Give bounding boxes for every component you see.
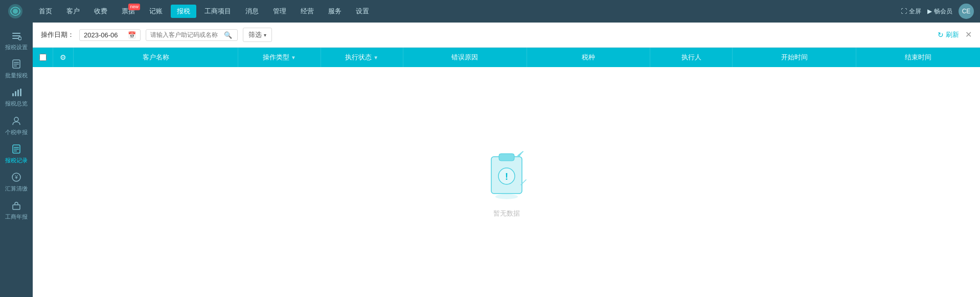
svg-point-5 [18, 37, 21, 40]
th-op-type[interactable]: 操作类型 ▼ [238, 48, 321, 67]
top-nav-right: ⛶ 全屏 ▶ 畅会员 CE [901, 4, 974, 19]
th-status-label: 执行状态 [345, 53, 372, 62]
svg-text:¥: ¥ [14, 175, 18, 180]
nav-item-收费[interactable]: 收费 [88, 5, 113, 18]
refresh-label: 刷新 [946, 30, 959, 39]
refresh-icon: ↻ [938, 31, 944, 39]
sidebar-item-annual-report[interactable]: 工商年报 [0, 196, 33, 224]
sidebar-item-label-settlement: 汇算清缴 [5, 185, 28, 192]
toolbar-right: ↻ 刷新 ✕ [938, 30, 972, 39]
avatar-text: CE [962, 8, 971, 15]
svg-rect-13 [20, 89, 21, 96]
nav-item-设置[interactable]: 设置 [350, 5, 375, 18]
th-name: 客户名称 [74, 48, 238, 67]
main-layout: 报税设置批量报税报税总览个税申报报税记录¥汇算清缴工商年报 操作日期： 📅 🔍 … [0, 23, 980, 297]
nav-item-报税[interactable]: 报税 [171, 5, 196, 18]
close-button[interactable]: ✕ [965, 31, 972, 39]
svg-marker-29 [518, 152, 523, 157]
sidebar-item-label-annual-report: 工商年报 [5, 214, 28, 220]
tax-record-icon [11, 144, 21, 156]
nav-item-消息[interactable]: 消息 [239, 5, 265, 18]
sidebar-item-batch-tax[interactable]: 批量报税 [0, 55, 33, 83]
fullscreen-button[interactable]: ⛶ 全屏 [901, 7, 921, 16]
batch-tax-icon [11, 59, 21, 71]
svg-point-14 [14, 117, 18, 121]
sidebar-item-tax-settings[interactable]: 报税设置 [0, 27, 33, 55]
svg-point-1 [13, 9, 18, 14]
tax-overview-icon [11, 87, 21, 99]
sidebar-item-tax-overview[interactable]: 报税总览 [0, 83, 33, 111]
svg-rect-12 [17, 90, 19, 96]
svg-rect-11 [15, 91, 16, 96]
search-input[interactable] [150, 31, 222, 38]
th-end-time-label: 结束时间 [905, 53, 931, 62]
svg-rect-9 [14, 66, 17, 67]
svg-text:!: ! [505, 172, 508, 182]
member-button[interactable]: ▶ 畅会员 [927, 7, 952, 16]
th-error-reason: 错误原因 [403, 48, 527, 67]
nav-item-服务[interactable]: 服务 [322, 5, 348, 18]
th-status[interactable]: 执行状态 ▼ [321, 48, 403, 67]
th-start-time-label: 开始时间 [781, 53, 808, 62]
search-box[interactable]: 🔍 [146, 29, 238, 41]
personal-tax-icon [11, 116, 21, 128]
empty-state: ! 暂无数据 [33, 67, 980, 297]
th-op-type-label: 操作类型 [263, 53, 289, 62]
nav-badge-票据: new [128, 4, 140, 10]
avatar[interactable]: CE [959, 4, 974, 19]
svg-rect-8 [14, 64, 19, 65]
refresh-button[interactable]: ↻ 刷新 [938, 30, 959, 39]
th-name-label: 客户名称 [143, 53, 169, 62]
sidebar-item-tax-record[interactable]: 报税记录 [0, 140, 33, 168]
search-icon: 🔍 [224, 31, 232, 39]
svg-rect-10 [12, 93, 14, 96]
sidebar-item-label-tax-settings: 报税设置 [5, 44, 28, 51]
date-label: 操作日期： [41, 30, 74, 39]
svg-rect-24 [499, 154, 514, 161]
settings-icon: ⚙ [60, 53, 66, 61]
svg-rect-7 [14, 62, 19, 63]
svg-rect-3 [12, 35, 20, 36]
sidebar-item-label-batch-tax: 批量报税 [5, 72, 28, 79]
date-input[interactable] [84, 31, 125, 39]
nav-item-首页[interactable]: 首页 [33, 5, 58, 18]
th-tax-type: 税种 [527, 48, 651, 67]
nav-item-记账[interactable]: 记账 [143, 5, 169, 18]
play-icon: ▶ [927, 8, 932, 15]
th-executor-label: 执行人 [681, 53, 701, 62]
annual-report-icon [11, 200, 21, 212]
settlement-icon: ¥ [11, 172, 21, 184]
th-executor: 执行人 [650, 48, 733, 67]
th-checkbox[interactable] [33, 48, 53, 67]
member-label: 畅会员 [934, 7, 952, 16]
sidebar-item-settlement[interactable]: ¥汇算清缴 [0, 168, 33, 196]
fullscreen-label: 全屏 [909, 7, 921, 16]
svg-point-31 [495, 194, 518, 199]
svg-rect-18 [14, 151, 17, 152]
filter-label: 筛选 [248, 30, 262, 39]
nav-item-工商项目[interactable]: 工商项目 [198, 5, 237, 18]
filter-button[interactable]: 筛选 ▾ [243, 28, 272, 42]
th-tax-type-label: 税种 [582, 53, 595, 62]
nav-item-管理[interactable]: 管理 [267, 5, 292, 18]
table-header: ⚙ 客户名称 操作类型 ▼ 执行状态 ▼ 错误原因 税种 [33, 48, 980, 67]
tax-settings-icon [11, 31, 21, 43]
sidebar-item-label-tax-overview: 报税总览 [5, 100, 28, 107]
svg-rect-16 [14, 147, 19, 148]
nav-item-票据[interactable]: 票据new [116, 5, 141, 18]
th-settings: ⚙ [53, 48, 74, 67]
empty-illustration: ! [481, 146, 532, 203]
th-start-time: 开始时间 [733, 48, 856, 67]
app-logo [6, 2, 25, 20]
nav-item-客户[interactable]: 客户 [60, 5, 86, 18]
sidebar: 报税设置批量报税报税总览个税申报报税记录¥汇算清缴工商年报 [0, 23, 33, 297]
select-all-checkbox[interactable] [39, 54, 47, 61]
sidebar-item-personal-tax[interactable]: 个税申报 [0, 112, 33, 140]
th-end-time: 结束时间 [856, 48, 980, 67]
toolbar: 操作日期： 📅 🔍 筛选 ▾ ↻ 刷新 ✕ [33, 23, 980, 48]
content-area: 操作日期： 📅 🔍 筛选 ▾ ↻ 刷新 ✕ [33, 23, 980, 297]
sidebar-item-label-tax-record: 报税记录 [5, 157, 28, 164]
fullscreen-icon: ⛶ [901, 8, 907, 15]
nav-item-经营[interactable]: 经营 [294, 5, 320, 18]
date-picker[interactable]: 📅 [79, 29, 141, 41]
